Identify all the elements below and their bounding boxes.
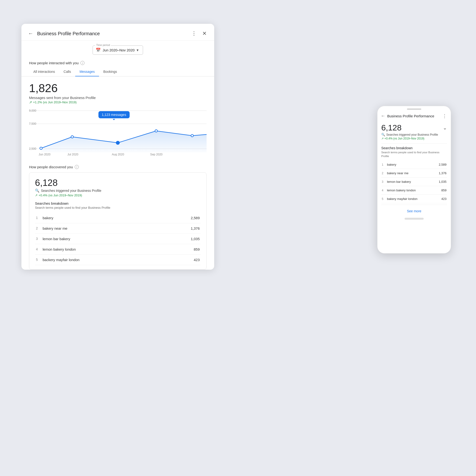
mobile-breakdown-subtitle: Search terms people used to find your Bu… [381,151,447,158]
tab-all-interactions[interactable]: All interactions [29,68,59,76]
term-cell: lemon bar bakery [42,234,166,244]
svg-point-7 [40,147,42,150]
svg-text:7,500: 7,500 [29,122,36,125]
mobile-term-cell: bakery [387,160,434,169]
svg-text:Jun 2020: Jun 2020 [38,153,51,156]
mobile-table-row: 4 lemon bakery london 859 [381,186,447,195]
table-row: 4 lemon bakery london 859 [35,244,201,255]
rank-cell: 3 [35,234,42,244]
discovery-section: How people discovered you i 6,128 🔍 Sear… [21,159,214,270]
mobile-rank-cell: 4 [381,186,387,195]
breakdown-subtitle: Search terms people used to find your Bu… [35,206,201,209]
table-row: 5 backery mayfair london 423 [35,255,201,265]
trend-up-icon: ↗ [29,100,32,104]
breakdown-title: Searches breakdown [35,201,201,205]
mobile-table-row: 2 bakery near me 1,376 [381,169,447,178]
time-period-label: Time period [95,44,111,46]
tab-messages[interactable]: Messages [75,68,99,76]
mobile-searches-change: ↗ +0.4% (vs Jun 2019–Nov 2019) [381,137,447,140]
mobile-term-cell: lemon bakery london [387,186,434,195]
mobile-term-cell: bakery mayfair london [387,195,434,203]
mobile-rank-cell: 1 [381,160,387,169]
mobile-count-cell: 1,376 [434,169,447,178]
mobile-content: 6,128 ⌄ 🔍 Searches triggered your Busine… [377,121,451,216]
time-period-select[interactable]: Time period 📅 Jun 2020–Nov 2020 ▾ [93,46,143,55]
term-cell: bakery [42,213,166,223]
close-icon[interactable]: ✕ [202,31,206,37]
count-cell: 1,376 [166,223,201,234]
mobile-count-cell: 859 [434,186,447,195]
discovery-card: 6,128 🔍 Searches triggered your Business… [29,172,206,270]
mobile-notch [407,108,421,110]
time-period-row: Time period 📅 Jun 2020–Nov 2020 ▾ [21,41,214,57]
mobile-term-cell: bakery near me [387,169,434,178]
time-period-value: Jun 2020–Nov 2020 [102,48,135,52]
discovery-title: How people discovered you i [29,165,206,169]
rank-cell: 4 [35,244,42,255]
mobile-back-icon[interactable]: ← [381,113,385,119]
tab-bookings[interactable]: Bookings [99,68,121,76]
searches-change: ↗ +0.4% (vs Jun 2019–Nov 2019) [35,193,201,197]
mobile-title: Business Profile Performance [387,114,440,118]
tab-calls[interactable]: Calls [59,68,75,76]
mobile-term-cell: lemon bar bakery [387,178,434,186]
mobile-rank-cell: 2 [381,169,387,178]
svg-text:Jul 2020: Jul 2020 [67,153,78,156]
count-cell: 423 [166,255,201,265]
mobile-card: ← Business Profile Performance ⋮ 6,128 ⌄… [377,106,451,254]
rank-cell: 5 [35,255,42,265]
svg-text:Aug 2020: Aug 2020 [112,153,124,156]
svg-point-9 [116,141,119,144]
rank-cell: 1 [35,213,42,223]
mobile-trend-icon: ↗ [381,137,384,140]
term-cell: backery mayfair london [42,255,166,265]
messages-count: 1,826 [21,76,214,95]
count-cell: 859 [166,244,201,255]
chart-tooltip: 1,123 messages [98,111,130,118]
discovery-info-icon[interactable]: i [75,165,79,169]
count-cell: 1,035 [166,234,201,244]
mobile-rank-cell: 5 [381,195,387,203]
mobile-breakdown-title: Searches breakdown [381,146,447,150]
table-row: 1 bakery 2,589 [35,213,201,223]
mobile-bottom-bar [405,218,424,220]
rank-cell: 2 [35,223,42,234]
search-icon: 🔍 [35,188,39,193]
calendar-icon: 📅 [96,48,101,52]
svg-point-11 [191,135,193,137]
searches-description: 🔍 Searches triggered your Business Profi… [35,188,201,193]
interactions-section-title: How people interacted with you i [21,57,214,65]
svg-text:2,500: 2,500 [29,147,36,151]
svg-point-10 [155,130,157,132]
mobile-count-cell: 2,589 [434,160,447,169]
mobile-count-cell: 423 [434,195,447,203]
chevron-down-icon: ▾ [136,48,138,52]
mobile-search-icon: 🔍 [381,133,385,136]
mobile-search-table: 1 bakery 2,5892 bakery near me 1,3763 le… [381,160,447,203]
mobile-rank-cell: 3 [381,178,387,186]
messages-change: ↗ +1.2% (vs Jun 2019–Nov 2019) [21,100,214,104]
svg-point-8 [71,136,73,138]
see-more-row: See more [381,205,447,216]
table-row: 3 lemon bar bakery 1,035 [35,234,201,244]
back-icon[interactable]: ← [28,31,33,37]
count-cell: 2,589 [166,213,201,223]
info-icon[interactable]: i [81,61,85,65]
term-cell: lemon bakery london [42,244,166,255]
desktop-card: ← Business Profile Performance ⋮ ✕ Time … [21,24,214,270]
more-icon[interactable]: ⋮ [191,31,197,37]
mobile-header: ← Business Profile Performance ⋮ [377,111,451,121]
mobile-table-row: 3 lemon bar bakery 1,035 [381,178,447,186]
mobile-divider [381,143,447,144]
mobile-searches-desc: 🔍 Searches triggered your Business Profi… [381,133,447,136]
see-more-button[interactable]: See more [399,208,429,214]
desktop-header: ← Business Profile Performance ⋮ ✕ [21,24,214,41]
mobile-chevron-icon[interactable]: ⌄ [443,125,447,131]
mobile-more-icon[interactable]: ⋮ [442,113,447,119]
table-row: 2 bakery near me 1,376 [35,223,201,234]
svg-text:Sep 2020: Sep 2020 [150,153,163,156]
mobile-searches-count: 6,128 ⌄ [381,123,447,132]
mobile-table-row: 1 bakery 2,589 [381,160,447,169]
trend-up-icon-2: ↗ [35,193,38,197]
mobile-table-row: 5 bakery mayfair london 423 [381,195,447,203]
